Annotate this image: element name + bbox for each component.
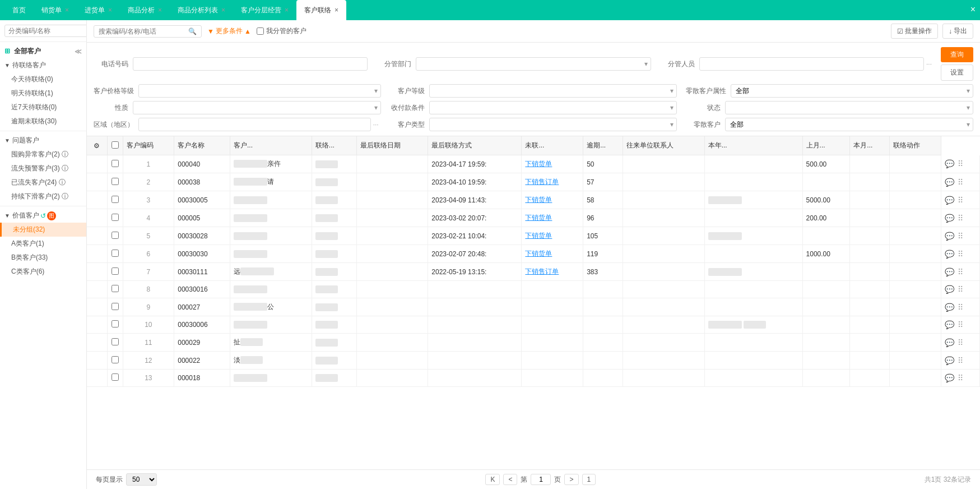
contact-action-icon[interactable]: 💬 — [945, 250, 954, 259]
more-action-icon[interactable]: ⠿ — [958, 285, 963, 294]
sidebar-item-7days-pending[interactable]: 近7天待联络(0) — [0, 100, 86, 114]
contact-method-link[interactable]: 下销货单 — [525, 250, 552, 257]
row-checkbox[interactable] — [112, 196, 119, 203]
contact-action-icon[interactable]: 💬 — [945, 232, 954, 241]
contact-action-icon[interactable]: 💬 — [945, 196, 954, 205]
close-purchase-tab[interactable]: × — [108, 6, 112, 14]
contact-action-icon[interactable]: 💬 — [945, 303, 954, 312]
first-page-btn[interactable]: K — [485, 474, 500, 485]
sidebar-item-today-pending[interactable]: 今天待联络(0) — [0, 72, 86, 86]
close-segment-tab[interactable]: × — [285, 6, 289, 14]
row-checkbox[interactable] — [112, 338, 119, 345]
problem-customer-group[interactable]: ▼ 问题客户 — [0, 133, 86, 147]
phone-input[interactable] — [133, 57, 368, 71]
prev-page-btn[interactable]: < — [503, 474, 517, 485]
dept-select[interactable] — [416, 57, 651, 71]
tab-purchase[interactable]: 进货单 × — [77, 0, 120, 20]
contact-method-link[interactable]: 下销货单 — [525, 160, 552, 168]
retail-customer-select[interactable]: 全部 — [725, 118, 973, 131]
category-search-input[interactable] — [4, 25, 87, 37]
person-more-icon[interactable]: ··· — [924, 60, 934, 68]
row-checkbox[interactable] — [112, 356, 119, 363]
contact-method-link[interactable]: 下销货单 — [525, 232, 552, 239]
more-action-icon[interactable]: ⠿ — [958, 356, 963, 365]
close-product-list-tab[interactable]: × — [221, 6, 225, 14]
customer-type-select[interactable] — [429, 118, 677, 131]
sidebar-item-declining[interactable]: 持续下滑客户(2) ⓘ — [0, 190, 86, 204]
contact-method-link[interactable]: 下销货单 — [525, 196, 552, 204]
search-input[interactable] — [99, 27, 188, 35]
refresh-icon[interactable]: ↺ — [40, 212, 46, 220]
more-action-icon[interactable]: ⠿ — [958, 196, 963, 205]
sidebar-item-churned[interactable]: 已流失客户(24) ⓘ — [0, 176, 86, 190]
search-icon[interactable]: 🔍 — [188, 27, 197, 35]
area-input[interactable] — [138, 118, 371, 131]
contact-action-icon[interactable]: 💬 — [945, 356, 954, 365]
row-checkbox[interactable] — [112, 232, 119, 239]
row-checkbox[interactable] — [112, 214, 119, 221]
value-customer-group[interactable]: ▼ 价值客户 ↺ 图 — [0, 209, 86, 223]
contact-action-icon[interactable]: 💬 — [945, 178, 954, 187]
more-action-icon[interactable]: ⠿ — [958, 267, 963, 276]
row-checkbox[interactable] — [112, 285, 119, 292]
reset-btn[interactable]: 设置 — [941, 64, 973, 81]
contact-action-icon[interactable]: 💬 — [945, 285, 954, 294]
price-level-select[interactable] — [138, 84, 381, 98]
person-input[interactable] — [699, 57, 924, 71]
close-sales-tab[interactable]: × — [65, 6, 69, 14]
more-action-icon[interactable]: ⠿ — [958, 373, 963, 382]
sidebar-item-class-a[interactable]: A类客户(1) — [0, 237, 86, 251]
contact-action-icon[interactable]: 💬 — [945, 373, 954, 382]
customer-level-select[interactable] — [429, 84, 677, 98]
more-action-icon[interactable]: ⠿ — [958, 232, 963, 241]
sidebar-item-ungroup[interactable]: 未分组(32) — [0, 223, 86, 237]
contact-action-icon[interactable]: 💬 — [945, 338, 954, 347]
row-checkbox[interactable] — [112, 267, 119, 275]
close-contact-tab[interactable]: × — [335, 6, 338, 14]
page-size-select[interactable]: 50 100 200 — [126, 473, 157, 486]
tab-customer-contact[interactable]: 客户联络 × — [296, 0, 346, 20]
row-checkbox[interactable] — [112, 160, 119, 167]
more-action-icon[interactable]: ⠿ — [958, 303, 963, 312]
area-more-icon[interactable]: ··· — [371, 121, 381, 128]
sidebar-item-abnormal[interactable]: 囤购异常客户(2) ⓘ — [0, 147, 86, 162]
contact-method-link[interactable]: 下销货单 — [525, 214, 552, 222]
window-close-btn[interactable]: × — [970, 4, 976, 15]
row-checkbox[interactable] — [112, 250, 119, 257]
tab-home[interactable]: 首页 — [4, 0, 34, 20]
my-customers-toggle[interactable]: 我分管的客户 — [257, 26, 306, 36]
select-all-checkbox[interactable] — [112, 141, 119, 149]
more-action-icon[interactable]: ⠿ — [958, 214, 963, 223]
sidebar-item-churn-warning[interactable]: 流失预警客户(3) ⓘ — [0, 162, 86, 176]
more-action-icon[interactable]: ⠿ — [958, 178, 963, 187]
row-checkbox[interactable] — [112, 178, 119, 185]
export-btn[interactable]: ↓ 导出 — [942, 24, 973, 39]
collapse-icon[interactable]: ≪ — [75, 48, 82, 56]
more-action-icon[interactable]: ⠿ — [958, 250, 963, 259]
next-page-btn[interactable]: > — [564, 474, 578, 485]
pending-contact-group[interactable]: ▼ 待联络客户 — [0, 58, 86, 72]
close-product-tab[interactable]: × — [158, 6, 162, 14]
all-customers-section[interactable]: ⊞ 全部客户 ≪ — [0, 42, 86, 58]
batch-operation-btn[interactable]: ☑ 批量操作 — [891, 24, 938, 39]
tab-customer-segment[interactable]: 客户分层经营 × — [233, 0, 296, 20]
status-select[interactable] — [725, 101, 973, 114]
page-number-input[interactable] — [531, 474, 551, 485]
tab-sales[interactable]: 销货单 × — [34, 0, 77, 20]
contact-action-icon[interactable]: 💬 — [945, 159, 954, 168]
contact-action-icon[interactable]: 💬 — [945, 267, 954, 276]
tab-product-analysis[interactable]: 商品分析 × — [120, 0, 170, 20]
tab-product-list[interactable]: 商品分析列表 × — [170, 0, 233, 20]
retail-attr-select[interactable]: 全部 — [731, 84, 973, 98]
payment-select[interactable] — [429, 101, 677, 114]
contact-method-link[interactable]: 下销售订单 — [525, 267, 559, 275]
contact-action-icon[interactable]: 💬 — [945, 320, 954, 329]
last-page-btn[interactable]: 1 — [582, 474, 596, 485]
gender-select[interactable] — [133, 101, 381, 114]
query-btn[interactable]: 查询 — [941, 47, 973, 62]
row-checkbox[interactable] — [112, 303, 119, 310]
row-checkbox[interactable] — [112, 373, 119, 381]
sidebar-item-class-b[interactable]: B类客户(33) — [0, 251, 86, 265]
sidebar-item-class-c[interactable]: C类客户(6) — [0, 265, 86, 279]
more-action-icon[interactable]: ⠿ — [958, 159, 963, 168]
